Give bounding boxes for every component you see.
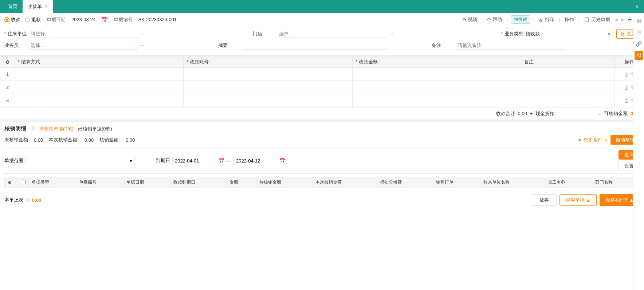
settlement-cell[interactable]: [15, 81, 184, 94]
equals-sign: =: [598, 111, 601, 116]
counterparty-input[interactable]: [29, 30, 138, 38]
sum-row: 收款合计 0.00 + 现金折扣: = 可核销金额 0.00: [0, 107, 644, 119]
business-type-value: 预收款: [526, 31, 606, 37]
bt-due-header: 收款到期日: [170, 177, 227, 188]
refund-radio-dot: [25, 17, 30, 22]
settlement-cell[interactable]: [15, 94, 184, 107]
done-tab[interactable]: 已核销单据(0笔): [78, 126, 112, 132]
tab-close-btn[interactable]: ×: [44, 0, 48, 13]
business-type-label: 业务类型: [501, 31, 523, 37]
pending-tab[interactable]: 待核销单据(0笔): [39, 126, 74, 132]
due-date-to[interactable]: [233, 157, 277, 165]
settlement-cell[interactable]: [15, 68, 184, 81]
bt-amount-header: 金额: [227, 177, 256, 188]
business-type-dropdown[interactable]: ▾: [608, 31, 610, 37]
close-window-icon[interactable]: ×: [632, 2, 641, 11]
staff-ellipsis[interactable]: ···: [140, 42, 145, 49]
summary-input[interactable]: [242, 42, 388, 50]
range-field: 单据范围 ▾: [4, 157, 150, 165]
row-num: 2: [0, 81, 15, 94]
delete-row-btn[interactable]: 🗑: [624, 71, 629, 77]
receipt-radio[interactable]: 收款: [4, 16, 20, 23]
refund-radio[interactable]: 退款: [25, 16, 41, 23]
save-draft-arrow: ▲: [586, 197, 591, 203]
date-calendar-to[interactable]: 📅: [279, 158, 286, 164]
sidebar-email-icon[interactable]: ✉: [635, 28, 643, 36]
plus-sign: +: [530, 111, 533, 116]
receipt-refund-group: 收款 退款: [4, 16, 41, 23]
bt-checkbox-header[interactable]: [18, 177, 29, 188]
video-btn[interactable]: ⊙ 视频: [461, 16, 479, 24]
bottom-table-section: ⚙ 单据类型 单据编号 单据日期 收款到期日 金额 待核销金额 本次核销金额 折…: [4, 177, 640, 188]
hexiao-title: 核销明细: [4, 125, 26, 132]
history-info-icon[interactable]: ⓘ: [25, 197, 30, 203]
receipt-table: ⚙ * 结算方式 * 收款账号 * 收款金额 备注 操作 1 🗑 ⧉: [0, 56, 644, 107]
store-input[interactable]: [277, 30, 386, 38]
date-calendar-icon[interactable]: 📅: [102, 17, 108, 23]
current-hexiao-label: 本次核销金额:: [49, 137, 79, 143]
more-conditions-btn[interactable]: ▼ 更多条件 ∧: [577, 137, 608, 143]
remark-cell[interactable]: [521, 81, 615, 94]
tab-receipt[interactable]: 收款单 ×: [23, 0, 53, 13]
help-btn[interactable]: ⊙ 帮助: [486, 16, 503, 24]
bottom-bar: 本单上次 ⓘ 0.00 放弃 保存草稿 ▲ 保存&新增 ▲: [0, 191, 644, 209]
discount-input[interactable]: [559, 110, 595, 117]
col-account-header: * 收款账号: [184, 56, 352, 68]
right-sidebar: ▦ ✉ 🔗 Ai: [633, 13, 644, 290]
account-cell[interactable]: [184, 94, 352, 107]
date-sep: —: [227, 158, 231, 164]
account-cell[interactable]: [184, 68, 352, 81]
no-value: SK-20230324-001: [138, 17, 177, 22]
select-all-checkbox[interactable]: [21, 180, 25, 184]
col-settings-header[interactable]: ⚙: [0, 56, 15, 68]
no-label: 单据编号: [114, 16, 133, 23]
counterparty-ellipsis[interactable]: ···: [140, 31, 145, 37]
save-new-label: 保存&新增: [605, 197, 628, 203]
staff-input[interactable]: [28, 42, 138, 50]
due-date-from[interactable]: [172, 157, 216, 165]
remark-cell[interactable]: [521, 68, 615, 81]
history-btn[interactable]: 📋 历史单据: [582, 16, 612, 24]
history-record-label: 本单上次: [4, 197, 23, 203]
amount-cell[interactable]: [352, 81, 521, 94]
delete-row-btn[interactable]: 🗑: [624, 85, 629, 90]
range-select[interactable]: ▾: [25, 157, 135, 165]
col-amount-header: * 收款金额: [352, 56, 521, 68]
video-label: 视频: [468, 16, 477, 23]
save-draft-btn[interactable]: 保存草稿 ▲: [559, 194, 597, 206]
receipt-label: 收款: [11, 16, 20, 23]
print-btn[interactable]: 🖨 打印: [537, 16, 556, 24]
account-cell[interactable]: [184, 81, 352, 94]
delete-row-btn[interactable]: 🗑: [624, 98, 629, 103]
table-row: 1 🗑 ⧉: [0, 68, 644, 81]
date-calendar-from[interactable]: 📅: [218, 158, 224, 164]
remark-input[interactable]: [456, 42, 565, 50]
form-row-2: 业务员 ··· 摘要 备注: [4, 42, 640, 50]
print-label: 打印: [545, 16, 554, 23]
remark-label: 备注: [432, 42, 453, 49]
store-ellipsis[interactable]: ···: [388, 31, 393, 37]
due-date-field: 到期日 📅 — 📅: [156, 157, 613, 165]
shortcut-btn[interactable]: 快捷键: [511, 15, 530, 24]
operate-btn[interactable]: 操作: [563, 16, 576, 24]
amount-cell[interactable]: [352, 68, 521, 81]
bottom-table: ⚙ 单据类型 单据编号 单据日期 收款到期日 金额 待核销金额 本次核销金额 折…: [4, 177, 640, 188]
top-nav-right: — ×: [622, 2, 641, 11]
remark-cell[interactable]: [521, 94, 615, 107]
date-value: 2023-03-24: [71, 17, 96, 22]
sidebar-table-icon[interactable]: ▦: [635, 16, 643, 25]
minimize-icon[interactable]: —: [622, 2, 631, 11]
counterparty-label: 往来单位: [4, 31, 27, 37]
help-label: 帮助: [492, 16, 502, 23]
staff-label: 业务员: [4, 42, 26, 49]
sidebar-ai-icon[interactable]: Ai: [635, 51, 643, 60]
row-num: 3: [0, 94, 15, 107]
discard-btn[interactable]: 放弃: [532, 194, 557, 206]
bt-settings-header[interactable]: ⚙: [5, 177, 18, 188]
settings-icon: ⚙: [620, 31, 625, 37]
amount-cell[interactable]: [352, 94, 521, 107]
tab-home[interactable]: 首页: [3, 0, 23, 13]
sidebar-link-icon[interactable]: 🔗: [635, 39, 643, 48]
summary-field: 摘要: [218, 42, 426, 50]
hexiao-info-icon[interactable]: ⓘ: [31, 126, 35, 132]
